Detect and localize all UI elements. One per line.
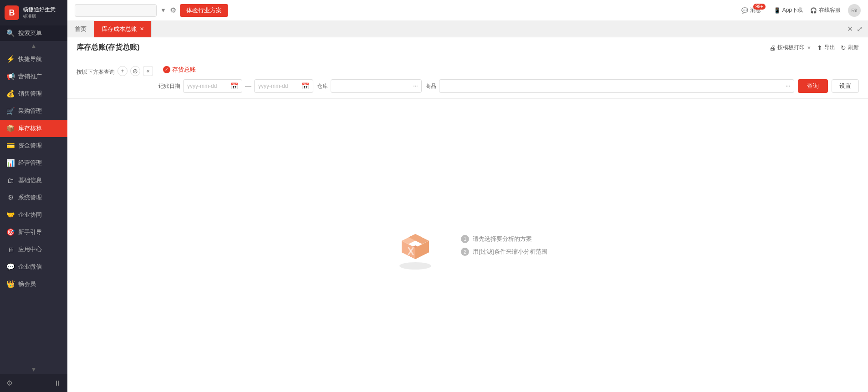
inventory-icon: 📦 <box>6 124 15 132</box>
search-icon: 🔍 <box>6 29 15 37</box>
warehouse-select[interactable]: ··· <box>331 79 422 93</box>
sidebar-item-purchase[interactable]: 🛒 采购管理 <box>0 102 67 120</box>
empty-hint-1: 1 请先选择要分析的方案 <box>461 235 547 243</box>
top-bar-left: ▼ ⚙ 体验行业方案 <box>75 4 736 17</box>
warehouse-more-icon[interactable]: ··· <box>413 82 418 90</box>
top-bar: ▼ ⚙ 体验行业方案 💬 消息 99+ 📱 App下载 🎧 在线客服 Rit <box>67 0 868 21</box>
sidebar-item-corp[interactable]: 🤝 企业协同 <box>0 206 67 224</box>
tab-inventory-cost[interactable]: 库存成本总账 ✕ <box>94 21 152 37</box>
tab-expand-icon[interactable]: ⤢ <box>857 25 863 33</box>
delete-scheme-button[interactable]: ⊘ <box>130 66 140 76</box>
app-download-button[interactable]: 📱 App下载 <box>774 6 803 14</box>
operation-icon: 📊 <box>6 159 15 167</box>
date-field: 记账日期 yyyy-mm-dd 📅 — yyyy-mm-dd 📅 <box>158 79 313 93</box>
scheme-dot-icon: ✓ <box>163 66 170 73</box>
filter-label: 按以下方案查询 <box>77 68 115 76</box>
quick-nav-icon: ⚡ <box>6 55 15 63</box>
user-avatar[interactable]: Rit <box>848 4 861 17</box>
message-icon: 💬 <box>741 7 748 14</box>
empty-illustration <box>388 218 443 273</box>
empty-hint-2: 2 用[过滤]条件来缩小分析范围 <box>461 248 547 256</box>
query-button[interactable]: 查询 <box>798 79 828 93</box>
calendar-start-icon: 📅 <box>230 82 238 90</box>
sidebar: B 畅捷通好生意 标准版 🔍 搜索菜单 ▲ ⚡ 快捷导航 📢 营销推广 💰 销售… <box>0 0 67 392</box>
sidebar-item-marketing[interactable]: 📢 营销推广 <box>0 68 67 85</box>
scroll-up-btn[interactable]: ▲ <box>0 41 67 51</box>
audio-bottom-icon[interactable]: ⏸ <box>54 379 61 387</box>
tab-close-icon[interactable]: ✕ <box>140 26 144 32</box>
main-area: ▼ ⚙ 体验行业方案 💬 消息 99+ 📱 App下载 🎧 在线客服 Rit 首… <box>67 0 868 392</box>
sidebar-item-finance[interactable]: 💳 资金管理 <box>0 137 67 154</box>
purchase-icon: 🛒 <box>6 107 15 115</box>
vip-icon: 👑 <box>6 280 15 288</box>
page-header: 库存总账(存货总账) 🖨 按模板打印 ▼ ⬆ 导出 ↻ 刷新 <box>67 37 868 58</box>
sidebar-item-sales[interactable]: 💰 销售管理 <box>0 85 67 102</box>
scheme-item[interactable]: ✓ 存货总账 <box>158 64 200 76</box>
basic-icon: 🗂 <box>6 177 15 184</box>
sidebar-item-inventory[interactable]: 📦 库存核算 <box>0 120 67 137</box>
sidebar-item-apps[interactable]: 🖥 应用中心 <box>0 241 67 258</box>
goods-more-icon[interactable]: ··· <box>786 82 790 90</box>
goods-select[interactable]: ··· <box>439 79 794 93</box>
phone-icon: 📱 <box>774 7 781 14</box>
refresh-button[interactable]: ↻ 刷新 <box>841 44 859 51</box>
logo-icon: B <box>5 5 19 20</box>
date-separator: — <box>245 82 251 90</box>
message-badge: 99+ <box>753 4 766 10</box>
sidebar-item-vip[interactable]: 👑 畅会员 <box>0 275 67 293</box>
page-header-actions: 🖨 按模板打印 ▼ ⬆ 导出 ↻ 刷新 <box>769 44 859 51</box>
sidebar-item-quick-nav[interactable]: ⚡ 快捷导航 <box>0 51 67 68</box>
top-bar-right: 💬 消息 99+ 📱 App下载 🎧 在线客服 Rit <box>741 4 861 17</box>
finance-icon: 💳 <box>6 142 15 150</box>
sidebar-nav: ⚡ 快捷导航 📢 营销推广 💰 销售管理 🛒 采购管理 📦 库存核算 💳 资金管… <box>0 51 67 365</box>
chevron-down-icon[interactable]: ▼ <box>160 7 166 14</box>
sidebar-bottom: ⚙ ⏸ <box>0 374 67 392</box>
settings-button[interactable]: 设置 <box>832 79 859 93</box>
sidebar-item-operation[interactable]: 📊 经营管理 <box>0 154 67 172</box>
export-icon: ⬆ <box>817 44 822 51</box>
guide-icon: 🎯 <box>6 228 15 236</box>
date-start-input[interactable]: yyyy-mm-dd 📅 <box>183 79 242 93</box>
message-button[interactable]: 💬 消息 99+ <box>741 6 761 14</box>
apps-icon: 🖥 <box>6 246 15 254</box>
scroll-down-btn[interactable]: ▼ <box>0 365 67 374</box>
marketing-icon: 📢 <box>6 72 15 81</box>
sidebar-logo: B 畅捷通好生意 标准版 <box>0 0 67 25</box>
top-bar-search-input[interactable] <box>75 4 157 17</box>
calendar-end-icon: 📅 <box>301 82 309 90</box>
sidebar-item-basic[interactable]: 🗂 基础信息 <box>0 172 67 189</box>
filter-row: 记账日期 yyyy-mm-dd 📅 — yyyy-mm-dd 📅 仓库 <box>158 79 859 93</box>
empty-text: 1 请先选择要分析的方案 2 用[过滤]条件来缩小分析范围 <box>461 235 547 256</box>
online-service-button[interactable]: 🎧 在线客服 <box>810 6 841 14</box>
tabs-bar: 首页 库存成本总账 ✕ ✕ ⤢ <box>67 21 868 37</box>
sidebar-item-system[interactable]: ⚙ 系统管理 <box>0 189 67 206</box>
date-end-input[interactable]: yyyy-mm-dd 📅 <box>254 79 313 93</box>
print-icon: 🖨 <box>769 44 776 51</box>
add-scheme-button[interactable]: + <box>117 66 128 76</box>
tab-home[interactable]: 首页 <box>67 21 94 37</box>
sidebar-item-guide[interactable]: 🎯 新手引导 <box>0 224 67 241</box>
top-bar-settings-icon[interactable]: ⚙ <box>170 6 176 15</box>
corp-icon: 🤝 <box>6 211 15 219</box>
sidebar-item-search[interactable]: 🔍 搜索菜单 <box>0 25 67 41</box>
tab-close-panel-icon[interactable]: ✕ <box>847 25 853 33</box>
wechat-icon: 💬 <box>6 263 15 271</box>
warehouse-field: 仓库 ··· <box>317 79 422 93</box>
content-area: 库存总账(存货总账) 🖨 按模板打印 ▼ ⬆ 导出 ↻ 刷新 <box>67 37 868 392</box>
system-icon: ⚙ <box>6 193 15 202</box>
export-button[interactable]: ⬆ 导出 <box>817 44 835 51</box>
headset-icon: 🎧 <box>810 7 817 14</box>
sidebar-item-wechat[interactable]: 💬 企业微信 <box>0 258 67 275</box>
logo-text: 畅捷通好生意 标准版 <box>23 6 56 20</box>
settings-bottom-icon[interactable]: ⚙ <box>6 379 13 387</box>
industry-solution-button[interactable]: 体验行业方案 <box>180 4 228 17</box>
print-chevron-icon[interactable]: ▼ <box>807 45 812 51</box>
print-template-button[interactable]: 🖨 按模板打印 ▼ <box>769 44 812 51</box>
goods-field: 商品 ··· <box>425 79 794 93</box>
empty-state: 1 请先选择要分析的方案 2 用[过滤]条件来缩小分析范围 <box>67 99 868 392</box>
filter-area: 按以下方案查询 + ⊘ « ✓ 存货总账 记账日期 <box>67 58 868 99</box>
refresh-icon: ↻ <box>841 44 846 51</box>
svg-point-0 <box>399 262 431 270</box>
collapse-filter-button[interactable]: « <box>143 66 153 76</box>
page-title: 库存总账(存货总账) <box>77 43 140 52</box>
